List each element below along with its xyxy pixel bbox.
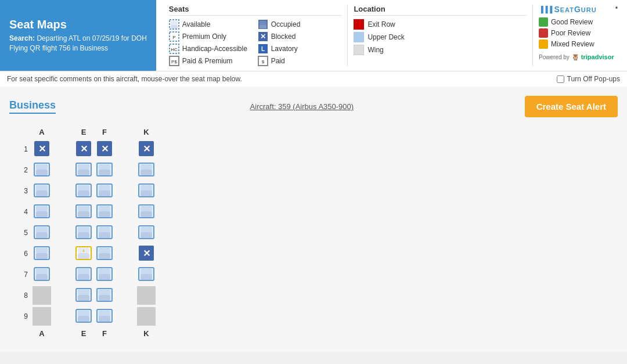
seat-cell[interactable] — [137, 182, 156, 200]
col-gap1-header — [53, 127, 72, 138]
svg-text:HC: HC — [171, 47, 178, 52]
svg-rect-64 — [36, 227, 48, 232]
paid-premium-seat-svg: P$ — [169, 56, 179, 66]
seat-cell[interactable] — [74, 161, 93, 179]
legend-available: Available — [169, 19, 253, 30]
seat-cell[interactable] — [95, 244, 114, 263]
footer-col-gap — [53, 328, 72, 339]
svg-rect-42 — [78, 190, 89, 196]
seat-cell[interactable] — [137, 265, 156, 284]
occupied-seat-icon — [258, 19, 268, 30]
aisle-gap — [116, 224, 135, 242]
wing-label: Wing — [367, 46, 383, 54]
seat-cell[interactable]: ✕ — [95, 140, 114, 158]
svg-rect-108 — [99, 316, 110, 322]
seat-cell[interactable] — [74, 224, 93, 242]
svg-rect-76 — [36, 248, 48, 253]
seat-cell[interactable] — [33, 244, 51, 263]
seats-legend-grid: Available Occupied — [169, 19, 342, 66]
location-legend-section: Location Exit Row Upper Deck Wing — [348, 5, 533, 66]
header-title-section: Seat Maps Search: Departing ATL on 07/25… — [0, 0, 156, 71]
blocked-area — [33, 286, 51, 305]
row-number: 3 — [12, 182, 30, 200]
row-number: 9 — [12, 307, 30, 326]
seat-cell[interactable]: ✕ — [137, 140, 156, 158]
aisle-gap — [53, 286, 72, 305]
seat-cell[interactable] — [74, 182, 93, 200]
search-label: Search: — [9, 34, 35, 42]
svg-text:✕: ✕ — [101, 144, 109, 154]
aisle-gap — [116, 265, 135, 284]
tripadvisor-icon: 🦉 — [572, 54, 579, 60]
create-seat-alert-button[interactable]: Create Seat Alert — [525, 96, 618, 117]
svg-text:✕: ✕ — [260, 33, 266, 41]
seat-cell[interactable] — [137, 203, 156, 221]
aisle-gap — [53, 161, 72, 179]
aisle-gap — [53, 224, 72, 242]
column-header-row: A E F K — [12, 127, 156, 138]
seat-cell[interactable] — [95, 265, 114, 284]
seat-cell[interactable] — [33, 161, 51, 179]
svg-rect-57 — [99, 211, 110, 217]
aisle-gap — [53, 140, 72, 158]
seat-cell[interactable] — [95, 224, 114, 242]
aisle-gap — [116, 286, 135, 305]
seat-cell[interactable] — [33, 182, 51, 200]
info-text: For seat specific comments on this aircr… — [7, 75, 242, 83]
svg-rect-109 — [99, 311, 110, 316]
premium-seat-icon: P — [169, 31, 179, 42]
seat-cell[interactable] — [33, 203, 51, 221]
svg-rect-55 — [78, 206, 89, 211]
seatguru-bars: ▐▐▐ — [539, 6, 552, 13]
upper-deck-icon — [354, 32, 364, 42]
seat-cell[interactable]: ✕ — [137, 244, 156, 263]
popup-checkbox[interactable] — [557, 75, 564, 83]
seat-cell[interactable] — [137, 161, 156, 179]
svg-rect-34 — [99, 164, 110, 170]
seat-cell[interactable] — [95, 307, 114, 326]
seat-cell[interactable]: ✕ — [33, 140, 51, 158]
seat-cell[interactable] — [137, 224, 156, 242]
seat-cell[interactable] — [95, 182, 114, 200]
legend-blocked: ✕ Blocked — [258, 31, 342, 42]
svg-rect-33 — [99, 170, 110, 175]
section-title: Business — [9, 99, 56, 114]
seat-cell[interactable] — [74, 244, 93, 263]
svg-rect-4 — [260, 25, 266, 28]
seat-cell[interactable] — [74, 203, 93, 221]
table-row: 6 ✕ — [12, 244, 156, 263]
seat-cell[interactable] — [33, 224, 51, 242]
seat-cell[interactable] — [95, 286, 114, 305]
available-seat-icon — [169, 19, 179, 30]
page-wrapper: Seat Maps Search: Departing ATL on 07/25… — [0, 0, 627, 352]
seat-cell[interactable] — [95, 203, 114, 221]
svg-rect-96 — [140, 274, 152, 280]
main-content: Business Aircraft: 359 (Airbus A350-900)… — [0, 87, 627, 352]
svg-rect-58 — [99, 206, 110, 211]
blocked-label: Blocked — [271, 33, 296, 41]
seat-cell[interactable] — [74, 265, 93, 284]
table-row: 4 — [12, 203, 156, 221]
row-num-header — [12, 127, 30, 138]
legend-premium: P Premium Only — [169, 31, 253, 42]
wing-icon — [354, 45, 364, 55]
upper-deck-item: Upper Deck — [354, 32, 527, 42]
available-label: Available — [182, 20, 210, 28]
seat-cell[interactable] — [74, 307, 93, 326]
svg-rect-105 — [78, 316, 89, 322]
svg-rect-36 — [140, 170, 152, 175]
svg-text:L: L — [261, 46, 265, 52]
svg-rect-103 — [99, 290, 110, 295]
row-number: 8 — [12, 286, 30, 305]
svg-rect-37 — [140, 164, 152, 170]
svg-rect-31 — [78, 164, 89, 170]
svg-rect-78 — [78, 253, 89, 259]
seat-cell[interactable] — [33, 265, 51, 284]
seat-cell[interactable]: ✕ — [74, 140, 93, 158]
svg-rect-61 — [140, 206, 152, 211]
seat-cell[interactable] — [74, 286, 93, 305]
svg-rect-52 — [36, 206, 48, 211]
legend-occupied: Occupied — [258, 19, 342, 30]
seat-cell[interactable] — [95, 161, 114, 179]
svg-text:P: P — [172, 35, 175, 40]
